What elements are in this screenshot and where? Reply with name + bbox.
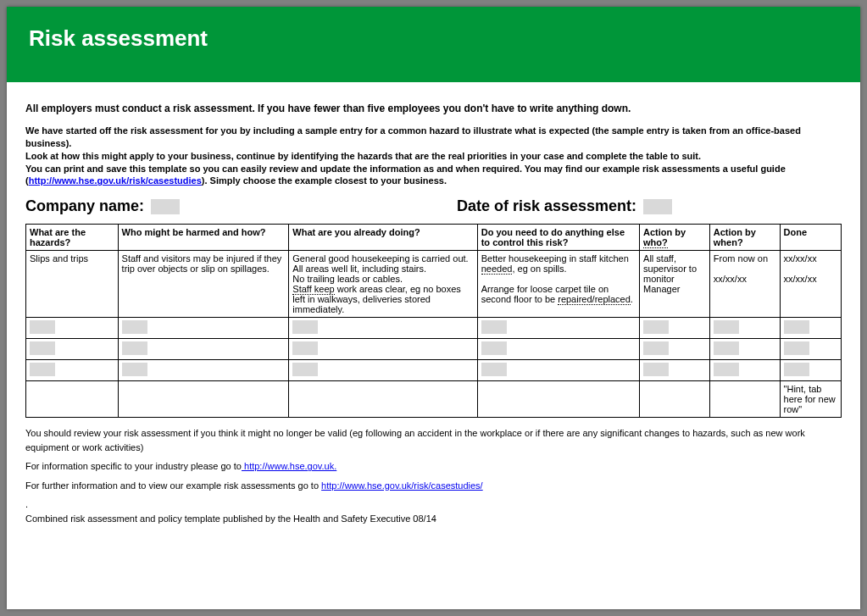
col-done: Done: [780, 225, 841, 251]
footer-dot: .: [25, 497, 842, 512]
document-page: Risk assessment All employers must condu…: [7, 7, 860, 609]
cell-input[interactable]: [481, 320, 507, 334]
col-already-doing: What are you already doing?: [289, 225, 477, 251]
cell-done: xx/xx/xx xx/xx/xx: [780, 251, 841, 318]
cell-doing: General good housekeeping is carried out…: [289, 251, 477, 318]
intro-link[interactable]: http://www.hse.gov.uk/risk/casestudies: [29, 175, 202, 186]
cell-input[interactable]: [292, 320, 318, 334]
cell-input[interactable]: [784, 363, 809, 376]
cell-input[interactable]: [643, 341, 669, 355]
cell-input[interactable]: [292, 363, 318, 376]
footer-further: For further information and to view our …: [25, 479, 842, 493]
col-action-who: Action by who?: [640, 225, 710, 251]
cell-input[interactable]: [714, 341, 739, 355]
header-banner: Risk assessment: [7, 7, 860, 82]
cell-input[interactable]: [30, 320, 55, 334]
cell-who: Staff and visitors may be injured if the…: [118, 251, 289, 318]
cell-action-when: From now on xx/xx/xx: [709, 251, 780, 318]
cell-input[interactable]: [643, 320, 669, 334]
risk-table: What are the hazards? Who might be harme…: [25, 224, 842, 418]
table-row-empty: [26, 339, 842, 360]
cell-input[interactable]: [714, 363, 739, 376]
cell-input[interactable]: [122, 320, 147, 334]
col-hazards: What are the hazards?: [26, 225, 119, 251]
cell-hazard: Slips and trips: [26, 251, 119, 318]
cell-input[interactable]: [481, 363, 507, 376]
col-who-harmed: Who might be harmed and how?: [118, 225, 289, 251]
intro-p2: Look at how this might apply to your bus…: [25, 151, 701, 161]
cell-input[interactable]: [122, 363, 147, 376]
table-row-empty: [26, 318, 842, 339]
footer-link-casestudies[interactable]: http://www.hse.gov.uk/risk/casestudies/: [321, 480, 483, 491]
cell-input[interactable]: [122, 341, 147, 355]
footer-link-hse[interactable]: http://www.hse.gov.uk.: [242, 461, 336, 471]
date-label: Date of risk assessment:: [457, 197, 636, 215]
content-area: All employers must conduct a risk assess…: [7, 82, 860, 539]
cell-input[interactable]: [784, 341, 809, 355]
col-action-when: Action by when?: [709, 225, 780, 251]
intro-p1: We have started off the risk assessment …: [25, 125, 801, 148]
page-title: Risk assessment: [29, 25, 838, 52]
table-header-row: What are the hazards? Who might be harme…: [26, 225, 842, 251]
company-name-label: Company name:: [25, 197, 144, 215]
footer-block: You should review your risk assessment i…: [25, 426, 842, 525]
cell-input[interactable]: [784, 320, 809, 334]
table-row-empty: [26, 360, 842, 381]
footer-industry: For information specific to your industr…: [25, 459, 842, 474]
footer-published: Combined risk assessment and policy temp…: [25, 512, 842, 526]
intro-p3b: ). Simply choose the example closest to …: [202, 175, 447, 186]
company-name-input[interactable]: [151, 199, 180, 214]
cell-else: Better housekeeping in staff kitchen nee…: [477, 251, 639, 318]
intro-paragraph: We have started off the risk assessment …: [25, 125, 842, 187]
cell-input[interactable]: [292, 341, 318, 355]
table-row-hint: "Hint, tab here for new row": [26, 381, 842, 418]
field-row: Company name: Date of risk assessment:: [25, 197, 842, 215]
footer-review: You should review your risk assessment i…: [25, 426, 842, 454]
cell-input[interactable]: [714, 320, 739, 334]
col-anything-else: Do you need to do anything else to contr…: [477, 225, 639, 251]
intro-lead: All employers must conduct a risk assess…: [25, 103, 842, 114]
cell-action-who: All staff, supervisor to monitor Manager: [640, 251, 710, 318]
cell-input[interactable]: [481, 341, 507, 355]
cell-input[interactable]: [30, 363, 55, 376]
table-row: Slips and trips Staff and visitors may b…: [26, 251, 842, 318]
date-input[interactable]: [643, 199, 672, 214]
cell-input[interactable]: [643, 363, 669, 376]
cell-input[interactable]: [30, 341, 55, 355]
hint-cell: "Hint, tab here for new row": [780, 381, 841, 418]
